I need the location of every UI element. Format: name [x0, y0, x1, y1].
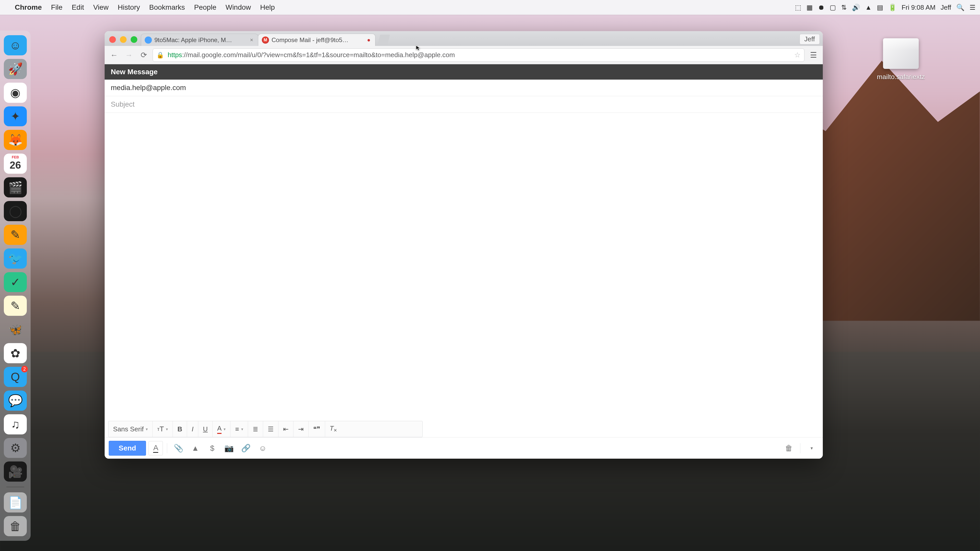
- indent-less-button[interactable]: ⇤: [278, 421, 293, 437]
- quote-icon: ❝❞: [313, 425, 320, 433]
- indent-more-button[interactable]: ⇥: [293, 421, 309, 437]
- dock-things[interactable]: ✓: [4, 272, 27, 292]
- reload-button[interactable]: ⟳: [138, 49, 150, 61]
- bold-button[interactable]: B: [173, 421, 187, 437]
- italic-button[interactable]: I: [187, 421, 198, 437]
- control-center-icon[interactable]: ▤: [877, 3, 883, 11]
- gmail-compose: New Message media.help@apple.com Sans Se…: [105, 64, 823, 459]
- dock-itunes[interactable]: ♫: [4, 414, 27, 434]
- dock-firefox[interactable]: 🦊: [4, 130, 27, 150]
- battery-icon[interactable]: 🔋: [888, 3, 897, 11]
- chevron-down-icon: ▾: [811, 445, 813, 451]
- clear-format-icon: T×: [330, 424, 337, 433]
- dock-screenflow[interactable]: 🎥: [4, 462, 27, 482]
- new-tab-button[interactable]: [378, 35, 390, 45]
- bookmark-star-icon[interactable]: ☆: [794, 51, 800, 59]
- dock-tweetbot[interactable]: 🐦: [4, 248, 27, 268]
- back-button[interactable]: ←: [108, 49, 120, 61]
- dock-obs[interactable]: ◯: [4, 201, 27, 221]
- dock-document[interactable]: 📄: [4, 492, 27, 513]
- dock-calendar[interactable]: FEB26: [4, 154, 27, 174]
- dock-system-prefs[interactable]: ⚙: [4, 438, 27, 458]
- forward-button[interactable]: →: [123, 49, 135, 61]
- menu-file[interactable]: File: [46, 3, 67, 11]
- insert-link-button[interactable]: 🔗: [239, 441, 253, 455]
- menu-window[interactable]: Window: [221, 3, 256, 11]
- tab-close-icon[interactable]: ×: [249, 37, 255, 43]
- attach-file-button[interactable]: 📎: [171, 441, 186, 455]
- emoji-icon: ☺: [259, 444, 267, 453]
- menu-history[interactable]: History: [113, 3, 145, 11]
- dock-quip[interactable]: Q2: [4, 367, 27, 387]
- app-menu[interactable]: Chrome: [10, 3, 46, 11]
- remove-formatting-button[interactable]: T×: [325, 421, 342, 437]
- dock-chrome[interactable]: ◉: [4, 83, 27, 103]
- dock-trash[interactable]: 🗑: [4, 516, 27, 536]
- insert-money-button[interactable]: $: [205, 441, 219, 455]
- paperclip-icon: 📎: [174, 444, 183, 453]
- window-zoom[interactable]: [130, 36, 137, 43]
- dock-notes[interactable]: ✎: [4, 295, 27, 316]
- dock-launchpad[interactable]: 🚀: [4, 59, 27, 79]
- to-field-row[interactable]: media.help@apple.com: [105, 79, 823, 96]
- dock-butterfly[interactable]: 🦋: [4, 319, 27, 340]
- bulleted-list-button[interactable]: ☰: [263, 421, 278, 437]
- font-size-picker[interactable]: тT▾: [153, 421, 173, 437]
- bulleted-list-icon: ☰: [268, 425, 274, 433]
- tab-compose[interactable]: M Compose Mail - jeff@9to5… ●: [258, 34, 375, 46]
- address-bar[interactable]: 🔒 https://mail.google.com/mail/u/0/?view…: [153, 48, 804, 62]
- window-close[interactable]: [109, 36, 116, 43]
- profile-chip[interactable]: Jeff: [800, 34, 820, 44]
- airplay-icon[interactable]: ▢: [830, 3, 836, 11]
- tab-close-icon[interactable]: ●: [366, 37, 372, 43]
- menubar-clock[interactable]: Fri 9:08 AM: [902, 3, 935, 11]
- dock-separator: [6, 487, 24, 487]
- sync-icon[interactable]: ⇅: [841, 3, 847, 11]
- indent-icon: ⇥: [298, 425, 304, 433]
- favicon: [145, 37, 152, 44]
- drive-icon: ▲: [192, 444, 199, 453]
- notification-center-icon[interactable]: ☰: [969, 3, 975, 11]
- insert-drive-button[interactable]: ▲: [188, 441, 202, 455]
- dock-pixelmator[interactable]: ✎: [4, 225, 27, 245]
- 1password-icon[interactable]: ▦: [807, 3, 813, 11]
- dock-safari[interactable]: ✦: [4, 106, 27, 127]
- text-format-icon: A: [153, 443, 158, 453]
- underline-button[interactable]: U: [198, 421, 213, 437]
- menu-people[interactable]: People: [189, 3, 221, 11]
- insert-photo-button[interactable]: 📷: [222, 441, 236, 455]
- dock-messages[interactable]: 💬: [4, 391, 27, 411]
- formatting-toggle[interactable]: A: [148, 441, 163, 455]
- spotlight-icon[interactable]: 🔍: [956, 3, 964, 11]
- align-button[interactable]: ≡▾: [231, 421, 248, 437]
- window-minimize[interactable]: [120, 36, 127, 43]
- subject-field-row[interactable]: [105, 96, 823, 113]
- dock-finder[interactable]: ☺: [4, 35, 27, 56]
- insert-emoji-button[interactable]: ☺: [256, 441, 270, 455]
- compose-body[interactable]: [105, 113, 823, 421]
- quote-button[interactable]: ❝❞: [309, 421, 325, 437]
- chrome-menu-button[interactable]: ☰: [808, 49, 819, 61]
- wifi-icon[interactable]: ▲: [865, 3, 872, 11]
- send-button[interactable]: Send: [109, 441, 146, 456]
- discard-draft-button[interactable]: 🗑: [782, 441, 796, 455]
- to-value: media.help@apple.com: [111, 84, 186, 92]
- dock-photos[interactable]: ✿: [4, 343, 27, 363]
- volume-icon[interactable]: 🔊: [852, 3, 860, 11]
- more-options-button[interactable]: ▾: [804, 441, 819, 455]
- menu-help[interactable]: Help: [256, 3, 280, 11]
- font-family-picker[interactable]: Sans Serif▾: [108, 421, 153, 437]
- numbered-list-button[interactable]: ≣: [248, 421, 263, 437]
- camera-icon[interactable]: ⏺: [818, 3, 824, 11]
- desktop-file[interactable]: mailto.safariextz: [868, 38, 934, 81]
- text-color-button[interactable]: A▾: [213, 421, 231, 437]
- menu-bookmarks[interactable]: Bookmarks: [145, 3, 189, 11]
- subject-input[interactable]: [111, 100, 817, 108]
- dropbox-icon[interactable]: ⬚: [795, 3, 801, 11]
- menubar-user[interactable]: Jeff: [941, 3, 951, 11]
- tab-9to5mac[interactable]: 9to5Mac: Apple iPhone, M… ×: [141, 34, 258, 46]
- mouse-cursor: [415, 45, 422, 51]
- menu-edit[interactable]: Edit: [67, 3, 89, 11]
- dock-final-cut[interactable]: 🎬: [4, 177, 27, 197]
- menu-view[interactable]: View: [89, 3, 113, 11]
